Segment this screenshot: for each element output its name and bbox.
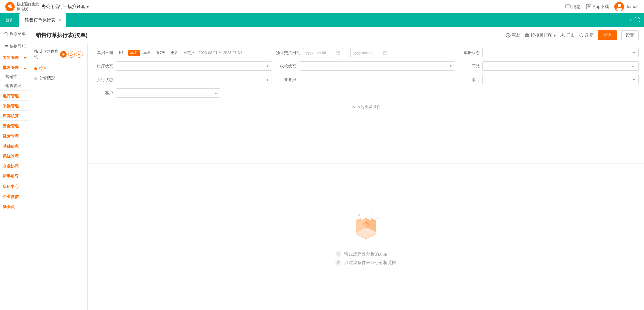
sidebar-group-finance: 资金管理 xyxy=(0,121,30,131)
empty-state: 1 请先选择要分析的方案 2 用过滤条件来缩小分析范围 xyxy=(88,164,644,310)
svg-rect-7 xyxy=(5,45,8,46)
collapse-sidebar-button[interactable]: « xyxy=(76,51,83,58)
add-plan-button[interactable]: + xyxy=(60,51,67,58)
department-select[interactable] xyxy=(482,75,639,84)
sidebar-item-marketing[interactable]: 营销推广 xyxy=(0,72,30,81)
refresh-plan-button[interactable]: ⟳ xyxy=(68,51,75,58)
condition-row-1: 单据日期 上月 本月 本年 近7天 更多 自定义 xyxy=(93,48,639,57)
date-tab-lastmonth[interactable]: 上月 xyxy=(116,50,127,56)
date-tab-more[interactable]: 更多 xyxy=(169,50,180,56)
sidebar-group-ecommerce: 电商管理 xyxy=(0,91,30,101)
close-window-icon[interactable]: × xyxy=(629,17,632,23)
svg-line-6 xyxy=(7,35,8,36)
order-status-select[interactable] xyxy=(482,48,639,57)
chevron-up-icon: ▲ xyxy=(23,66,27,70)
condition-group-order-status: 单据状态 xyxy=(460,48,639,57)
collapse-conditions-button[interactable]: 收起更多条件 xyxy=(93,102,639,112)
sidebar-item-ecommerce[interactable]: 电商管理 xyxy=(0,91,30,100)
plan-active-dot xyxy=(34,67,37,70)
user-menu[interactable]: demo2 xyxy=(614,2,639,11)
sidebar-quick-nav: 快捷导航 xyxy=(0,41,30,52)
empty-hints: 1 请先选择要分析的方案 2 用过滤条件来缩小分析范围 xyxy=(335,251,396,266)
condition-group-salesperson: 业务员 xyxy=(276,75,455,84)
expected-date-range: yyyy-mm-dd — yyyy-mm-dd xyxy=(303,48,390,57)
svg-point-3 xyxy=(618,4,621,7)
condition-group-product: 商品 xyxy=(460,61,639,71)
date-tab-last7days[interactable]: 近7天 xyxy=(154,50,167,56)
sidebar-item-wholesale[interactable]: 批发管理 ▲ xyxy=(0,62,30,72)
tab-bar: 首页 销售订单执行表 × × ⛶ xyxy=(0,13,644,27)
message-button[interactable]: 消息 xyxy=(565,4,581,10)
order-status-label: 单据状态 xyxy=(460,50,480,56)
print-button[interactable]: 按模板打印 ▾ xyxy=(525,32,556,38)
tab-close-icon[interactable]: × xyxy=(59,18,61,22)
calendar-icon xyxy=(336,51,340,55)
sidebar-item-operations[interactable]: 经营管理 xyxy=(0,131,30,141)
sidebar-search-button[interactable]: 搜索菜单 xyxy=(3,30,27,38)
help-button[interactable]: ? 帮助 xyxy=(506,32,521,38)
sidebar-group-purchase: 采购管理 xyxy=(0,101,30,111)
salesperson-input[interactable] xyxy=(299,75,455,84)
sidebar-item-finance[interactable]: 资金管理 xyxy=(0,121,30,131)
sidebar-item-retail[interactable]: 零售管理 ▼ xyxy=(0,52,30,62)
exec-status-select[interactable] xyxy=(116,75,272,84)
svg-point-30 xyxy=(377,217,378,219)
top-bar: 畅 畅捷通好生意 标准版 办公用品行业模拟账套 ▾ 消息 App下载 demo2 xyxy=(0,0,644,13)
filter-sidebar-header: 按以下方案查询 + ⟳ « xyxy=(30,47,87,62)
sidebar-item-enterprise[interactable]: 企业协同 xyxy=(0,161,30,171)
settings-button[interactable]: 设置 xyxy=(621,30,639,40)
expected-date-to[interactable]: yyyy-mm-dd xyxy=(350,48,390,57)
payment-status-select[interactable] xyxy=(299,61,455,71)
ship-status-select[interactable] xyxy=(116,61,272,71)
condition-group-expected-date: 预计交货日期 yyyy-mm-dd — yyyy-mm-dd xyxy=(276,48,455,57)
sidebar-group-wechat: 企业微信 xyxy=(0,191,30,201)
tab-sales-order[interactable]: 销售订单执行表 × xyxy=(19,13,66,27)
quick-nav-button[interactable]: 快捷导航 xyxy=(0,42,30,51)
logo-icon: 畅 xyxy=(5,2,15,11)
filter-sidebar-controls: + ⟳ « xyxy=(60,51,83,58)
fullscreen-icon[interactable]: ⛶ xyxy=(635,17,640,23)
sidebar-item-newbie[interactable]: 新手引导 xyxy=(0,171,30,181)
svg-point-4 xyxy=(616,8,622,11)
sidebar-group-inventory: 库存核算 xyxy=(0,111,30,121)
sidebar-item-purchase[interactable]: 采购管理 xyxy=(0,101,30,110)
sidebar-item-appstore[interactable]: 应用中心 xyxy=(0,181,30,191)
svg-rect-19 xyxy=(383,51,387,55)
sidebar-group-appstore: 应用中心 xyxy=(0,181,30,191)
filter-plan-item-single[interactable]: 按单 xyxy=(30,64,87,73)
query-button[interactable]: 查询 xyxy=(598,30,617,40)
sidebar-group-system: 系统管理 xyxy=(0,151,30,161)
app-download-button[interactable]: App下载 xyxy=(586,4,609,10)
sidebar-item-system[interactable]: 系统管理 xyxy=(0,151,30,161)
sidebar-group-wholesale: 批发管理 ▲ 营销推广 销售管理 xyxy=(0,62,30,91)
svg-text:?: ? xyxy=(507,34,509,37)
help-icon: ? xyxy=(506,33,511,38)
expected-date-from[interactable]: yyyy-mm-dd xyxy=(303,48,343,57)
svg-point-28 xyxy=(358,214,360,216)
sidebar-item-member[interactable]: 畅会员 xyxy=(0,201,30,211)
department-label: 部门 xyxy=(460,77,480,83)
date-tab-custom[interactable]: 自定义 xyxy=(181,50,197,56)
filter-plan-item-backorder[interactable]: 欠货情况 xyxy=(30,73,87,83)
product-input[interactable] xyxy=(482,61,639,71)
svg-rect-9 xyxy=(5,48,8,48)
top-bar-left: 畅 畅捷通好生意 标准版 办公用品行业模拟账套 ▾ xyxy=(5,2,89,11)
date-tab-thisyear[interactable]: 本年 xyxy=(141,50,153,56)
tab-home[interactable]: 首页 xyxy=(0,13,19,27)
export-button[interactable]: 导出 xyxy=(560,32,575,38)
print-chevron-icon[interactable]: ▾ xyxy=(554,33,556,38)
date-tab-thismonth[interactable]: 本月 xyxy=(128,50,140,56)
sidebar-item-wechat[interactable]: 企业微信 xyxy=(0,191,30,201)
sidebar-item-sales[interactable]: 销售管理 xyxy=(0,81,30,90)
app-title-button[interactable]: 办公用品行业模拟账套 ▾ xyxy=(42,4,89,10)
sidebar-item-basic[interactable]: 基础信息 xyxy=(0,141,30,151)
refresh-button[interactable]: 刷新 xyxy=(579,32,594,38)
print-icon xyxy=(525,33,529,38)
empty-illustration xyxy=(349,208,383,246)
conditions-area: 单据日期 上月 本月 本年 近7天 更多 自定义 xyxy=(88,44,644,163)
condition-group-ship-status: 出库状态 xyxy=(93,61,272,71)
refresh-icon xyxy=(579,33,584,38)
collapse-icon xyxy=(351,105,355,109)
customer-input[interactable] xyxy=(116,88,220,98)
sidebar-item-inventory[interactable]: 库存核算 xyxy=(0,111,30,120)
